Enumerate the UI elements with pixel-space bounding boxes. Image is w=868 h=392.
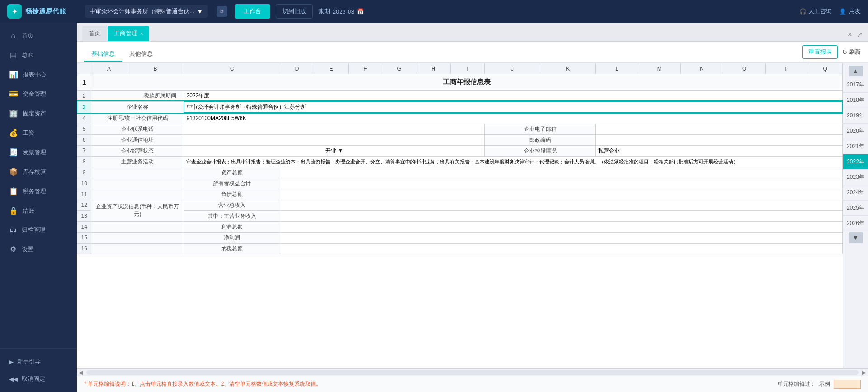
tab-home[interactable]: 首页 [82, 26, 107, 41]
year-nav-up[interactable]: ▲ [849, 66, 863, 76]
company-value-cell[interactable]: 中审众环会计师事务所（特殊普通合伙）江苏分所 [184, 101, 842, 113]
table-row: 6 企业通信地址 邮政编码 [77, 134, 843, 145]
sub-tab-basic-info[interactable]: 基础信息 [84, 47, 122, 62]
total-revenue-value[interactable] [280, 200, 842, 210]
year-item-2020[interactable]: 2020年 [843, 124, 868, 139]
sidebar-item-home[interactable]: ⌂ 首页 [0, 26, 77, 45]
old-version-button[interactable]: 切到旧版 [276, 4, 313, 19]
sidebar-item-report-center[interactable]: 📊 报表中心 [0, 65, 77, 84]
h-scroll-track[interactable] [86, 370, 859, 375]
assets-value[interactable] [280, 167, 842, 178]
equity-value[interactable] [280, 178, 842, 189]
user-area[interactable]: 👤 用友 [839, 7, 861, 15]
main-revenue-value[interactable] [280, 210, 842, 221]
year-item-2026[interactable]: 2026年 [843, 216, 868, 231]
postcode-value[interactable] [596, 134, 842, 145]
bottom-right: 单元格编辑过： 示例 [778, 380, 861, 389]
copy-icon[interactable]: ⧉ [217, 6, 227, 17]
col-header-c[interactable]: C [184, 63, 280, 74]
col-header-j[interactable]: J [484, 63, 540, 74]
tab-active[interactable]: 工商管理 × [108, 26, 149, 41]
sidebar-item-label: 首页 [22, 32, 33, 40]
table-row: 15 净利润 [77, 232, 843, 243]
h-scroll[interactable]: ◀ ▶ [77, 368, 868, 376]
col-header-p[interactable]: P [766, 63, 808, 74]
year-item-2018[interactable]: 2018年 [843, 93, 868, 108]
close-window-icon[interactable]: × [847, 30, 852, 39]
profit-value[interactable] [280, 221, 842, 232]
col-header-f[interactable]: F [348, 63, 382, 74]
col-header-k[interactable]: K [540, 63, 596, 74]
col-header-g[interactable]: G [382, 63, 416, 74]
sidebar-item-label: 工资 [23, 129, 34, 137]
col-header-a[interactable]: A [91, 63, 127, 74]
col-header-b[interactable]: B [127, 63, 184, 74]
workbench-button[interactable]: 工作台 [235, 4, 270, 19]
address-value[interactable] [184, 134, 484, 145]
sub-tab-other-info[interactable]: 其他信息 [122, 47, 160, 62]
year-item-2017[interactable]: 2017年 [843, 77, 868, 93]
refresh-icon: ↻ [842, 49, 847, 56]
year-item-2019[interactable]: 2019年 [843, 108, 868, 124]
year-item-2023[interactable]: 2023年 [843, 170, 868, 185]
sidebar-item-payroll[interactable]: 💰 工资 [0, 123, 77, 143]
home-icon: ⌂ [9, 32, 17, 40]
row-num: 14 [77, 221, 91, 232]
scroll-left-icon[interactable]: ◀ [77, 369, 85, 376]
status-label: 企业经营状态 [91, 145, 184, 156]
tab-close-icon[interactable]: × [140, 31, 143, 36]
expand-icon[interactable]: ⤢ [857, 30, 863, 39]
col-header-e[interactable]: E [314, 63, 348, 74]
service-button[interactable]: 🎧 人工咨询 [799, 7, 832, 15]
col-header-d[interactable]: D [280, 63, 314, 74]
liab-value[interactable] [280, 189, 842, 200]
calendar-icon[interactable]: 📅 [357, 8, 364, 15]
year-sidebar: ▲ 2017年 2018年 2019年 2020年 2021年 2022年 20… [843, 63, 868, 368]
business-value[interactable]: 审查企业会计报表；出具审计报告；验证企业资本；出具验资报告；办理企业合开、分立、… [184, 156, 842, 167]
col-header-n[interactable]: N [681, 63, 723, 74]
reg-code-value[interactable]: 91320100MA208E5W6K [184, 113, 842, 124]
year-item-2024[interactable]: 2024年 [843, 185, 868, 201]
scroll-right-icon[interactable]: ▶ [860, 369, 868, 376]
sidebar-item-unpin[interactable]: ◀◀ 取消固定 [0, 370, 77, 387]
reset-report-button[interactable]: 重置报表 [802, 45, 838, 59]
sidebar-item-archive[interactable]: 🗂 归档管理 [0, 220, 77, 239]
sidebar-item-inventory[interactable]: 📦 库存核算 [0, 162, 77, 182]
row-num: 2 [77, 91, 91, 102]
year-item-2021[interactable]: 2021年 [843, 139, 868, 154]
sidebar-item-fixed-assets[interactable]: 🏢 固定资产 [0, 104, 77, 123]
col-header-h[interactable]: H [416, 63, 450, 74]
sidebar-item-closing[interactable]: 🔒 结账 [0, 201, 77, 220]
top-header: ✦ 畅捷通易代账 中审众环会计师事务所（特殊普通合伙... ▼ ⧉ 工作台 切到… [0, 0, 868, 23]
sidebar-item-invoice[interactable]: 🧾 发票管理 [0, 143, 77, 162]
main-revenue-label: 其中：主营业务收入 [184, 210, 280, 221]
year-nav-down[interactable]: ▼ [849, 232, 863, 243]
sidebar-item-label: 固定资产 [23, 110, 46, 118]
col-header-i[interactable]: I [450, 63, 484, 74]
holding-label: 企业控股情况 [484, 145, 596, 156]
net-profit-value[interactable] [280, 232, 842, 243]
tax-value[interactable] [280, 243, 842, 254]
col-header-o[interactable]: O [723, 63, 766, 74]
user-label: 用友 [849, 7, 861, 15]
email-value[interactable] [596, 124, 842, 134]
col-header-q[interactable]: Q [808, 63, 842, 74]
col-header-l[interactable]: L [596, 63, 638, 74]
tax-spacer [91, 243, 184, 254]
period-value-cell[interactable]: 2022年度 [184, 91, 842, 102]
sidebar-item-tax[interactable]: 📋 税务管理 [0, 182, 77, 201]
status-value[interactable]: 开业 ▼ [184, 145, 484, 156]
contact-value[interactable] [184, 124, 484, 134]
sidebar-item-guide[interactable]: ▶ 新手引导 [0, 353, 77, 370]
sidebar-item-settings[interactable]: ⚙ 设置 [0, 239, 77, 259]
sidebar-item-general-ledger[interactable]: ▤ 总账 [0, 45, 77, 65]
col-header-m[interactable]: M [638, 63, 681, 74]
company-selector[interactable]: 中审众环会计师事务所（特殊普通合伙... ▼ [85, 5, 208, 18]
spreadsheet-main[interactable]: A B C D E F G H I J K L [77, 63, 843, 368]
refresh-button[interactable]: ↻ 刷新 [842, 48, 861, 56]
year-item-2025[interactable]: 2025年 [843, 201, 868, 216]
sidebar-item-fund-management[interactable]: 💳 资金管理 [0, 84, 77, 104]
year-item-2022[interactable]: 2022年 [843, 154, 868, 170]
holding-value[interactable]: 私营企业 [596, 145, 842, 156]
sub-tabs: 基础信息 其他信息 重置报表 ↻ 刷新 [77, 42, 868, 63]
